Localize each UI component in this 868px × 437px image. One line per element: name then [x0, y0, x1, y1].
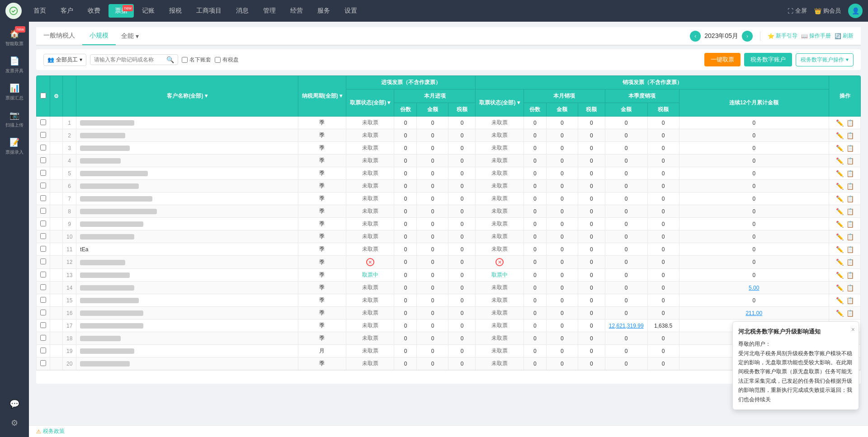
one-click-ticket-button[interactable]: 一键取票 — [704, 53, 741, 66]
row-checkbox-14[interactable] — [40, 284, 46, 290]
sidebar-item-invoice-open[interactable]: 📄 发票开具 — [2, 52, 27, 78]
edit-icon[interactable]: ✏️ — [835, 284, 845, 291]
edit-icon[interactable]: ✏️ — [835, 246, 845, 253]
fullscreen-button[interactable]: ⛶ 全屏 — [788, 7, 807, 15]
nav-service[interactable]: 服务 — [311, 4, 336, 18]
settings-icon[interactable]: ⚙ — [54, 93, 59, 99]
sidebar-item-invoice-summary[interactable]: 📊 票据汇总 — [2, 80, 27, 105]
th-tax-period[interactable]: 纳税周期(全部) ▾ — [298, 76, 346, 117]
nav-fee[interactable]: 收费 — [81, 4, 107, 18]
nav-settings[interactable]: 设置 — [338, 4, 363, 18]
edit-icon[interactable]: ✏️ — [835, 183, 845, 190]
employee-selector[interactable]: 👥 全部员工 ▾ — [43, 54, 86, 66]
row-checkbox-2[interactable] — [40, 132, 46, 138]
tax-disk-checkbox-label[interactable]: 有税盘 — [215, 56, 239, 64]
copy-icon[interactable]: 📋 — [845, 246, 855, 253]
copy-icon[interactable]: 📋 — [845, 183, 855, 190]
edit-icon[interactable]: ✏️ — [835, 132, 845, 139]
row-checkbox-15[interactable] — [40, 297, 46, 303]
row-checkbox-4[interactable] — [40, 157, 46, 163]
row-checkbox-3[interactable] — [40, 145, 46, 150]
tax-digital-operations-button[interactable]: 税务数字账户操作 ▾ — [796, 53, 854, 66]
copy-icon[interactable]: 📋 — [845, 132, 855, 139]
row-checkbox-10[interactable] — [40, 233, 46, 239]
copy-icon[interactable]: 📋 — [845, 258, 855, 266]
copy-icon[interactable]: 📋 — [845, 297, 855, 304]
select-all-checkbox[interactable] — [40, 93, 46, 99]
row-checkbox-7[interactable] — [40, 195, 46, 201]
nav-home[interactable]: 首页 — [27, 4, 52, 18]
row-checkbox-18[interactable] — [40, 335, 46, 341]
tab-all-capable[interactable]: 全能 ▾ — [116, 28, 144, 45]
search-button[interactable]: 🔍 — [166, 56, 174, 63]
member-button[interactable]: 👑 购会员 — [814, 7, 841, 15]
tab-small-scale[interactable]: 小规模 — [82, 27, 116, 45]
copy-icon[interactable]: 📋 — [845, 284, 855, 291]
notification-close-button[interactable]: × — [851, 324, 855, 334]
nav-client[interactable]: 客户 — [54, 4, 80, 18]
copy-icon[interactable]: 📋 — [845, 145, 855, 152]
copy-icon[interactable]: 📋 — [845, 272, 855, 279]
edit-icon[interactable]: ✏️ — [835, 208, 845, 215]
copy-icon[interactable]: 📋 — [845, 233, 855, 240]
row-checkbox-8[interactable] — [40, 208, 46, 214]
nav-message[interactable]: 消息 — [230, 4, 255, 18]
edit-icon[interactable]: ✏️ — [835, 258, 845, 266]
subscribed-checkbox-label[interactable]: 名下账套 — [182, 56, 211, 64]
nav-business[interactable]: 工商项目 — [190, 4, 228, 18]
nav-accounting[interactable]: 记账 — [136, 4, 161, 18]
edit-icon[interactable]: ✏️ — [835, 119, 845, 127]
row-checkbox-1[interactable] — [40, 119, 46, 125]
sidebar-item-config[interactable]: ⚙ — [2, 414, 27, 432]
row-checkbox-6[interactable] — [40, 183, 46, 188]
edit-icon[interactable]: ✏️ — [835, 272, 845, 279]
row-checkbox-20[interactable] — [40, 360, 46, 366]
row-checkbox-12[interactable] — [40, 258, 46, 264]
edit-icon[interactable]: ✏️ — [835, 221, 845, 228]
copy-icon[interactable]: 📋 — [845, 195, 855, 202]
manual-link[interactable]: 📖 操作手册 — [801, 32, 831, 40]
edit-icon[interactable]: ✏️ — [835, 157, 845, 164]
new-guide-link[interactable]: ⭐ 新手引导 — [768, 32, 797, 40]
copy-icon[interactable]: 📋 — [845, 157, 855, 164]
edit-icon[interactable]: ✏️ — [835, 145, 845, 152]
row-checkbox-9[interactable] — [40, 221, 46, 226]
sidebar-item-smart-ticket[interactable]: 🏠 智能取票 new — [2, 25, 27, 51]
copy-icon[interactable]: 📋 — [845, 310, 855, 317]
nav-manage[interactable]: 管理 — [257, 4, 282, 18]
subscribed-checkbox[interactable] — [182, 57, 188, 63]
th-sales-fetch-status[interactable]: 取票状态(全部) ▾ — [476, 89, 524, 117]
copy-icon[interactable]: 📋 — [845, 208, 855, 215]
next-month-button[interactable]: › — [742, 31, 753, 42]
tax-digital-account-button[interactable]: 税务数字账户 — [744, 53, 792, 66]
th-client-name[interactable]: 客户名称(全部) ▾ — [76, 76, 298, 117]
edit-icon[interactable]: ✏️ — [835, 297, 845, 304]
sidebar-item-chat[interactable]: 💬 — [2, 395, 27, 413]
tax-disk-checkbox[interactable] — [215, 57, 221, 63]
row-checkbox-16[interactable] — [40, 310, 46, 315]
row-checkbox-13[interactable] — [40, 272, 46, 277]
policy-link[interactable]: 税务政策 — [43, 428, 65, 435]
sidebar-item-scan-upload[interactable]: 📷 扫描上传 — [2, 107, 27, 132]
edit-icon[interactable]: ✏️ — [835, 233, 845, 240]
edit-icon[interactable]: ✏️ — [835, 195, 845, 202]
edit-icon[interactable]: ✏️ — [835, 170, 845, 177]
refresh-link[interactable]: 🔄 刷新 — [835, 32, 854, 40]
sidebar-item-invoice-entry[interactable]: 📝 票据录入 — [2, 134, 27, 159]
row-checkbox-19[interactable] — [40, 348, 46, 353]
tab-general-taxpayer[interactable]: 一般纳税人 — [36, 27, 82, 45]
row-checkbox-11[interactable] — [40, 246, 46, 252]
user-avatar[interactable]: 👤 — [848, 4, 863, 18]
row-checkbox-17[interactable] — [40, 322, 46, 328]
search-input[interactable] — [94, 55, 166, 65]
prev-month-button[interactable]: ‹ — [690, 31, 701, 42]
nav-invoice[interactable]: 票据 new — [108, 4, 134, 18]
row-checkbox-5[interactable] — [40, 170, 46, 176]
nav-operation[interactable]: 经营 — [284, 4, 309, 18]
nav-tax[interactable]: 报税 — [163, 4, 188, 18]
edit-icon[interactable]: ✏️ — [835, 310, 845, 317]
th-income-fetch-status[interactable]: 取票状态(全部) ▾ — [346, 89, 394, 117]
copy-icon[interactable]: 📋 — [845, 170, 855, 177]
copy-icon[interactable]: 📋 — [845, 119, 855, 127]
copy-icon[interactable]: 📋 — [845, 221, 855, 228]
